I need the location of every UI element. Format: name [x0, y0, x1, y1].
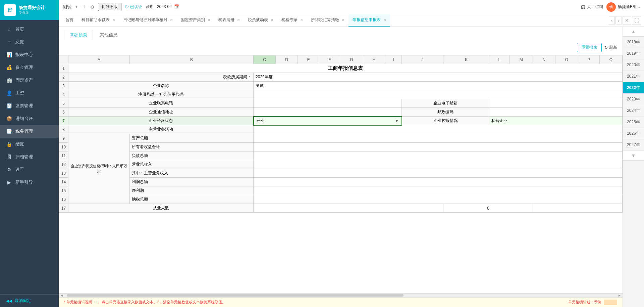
- cell-5-value[interactable]: [254, 99, 402, 108]
- dropdown-arrow-icon[interactable]: ▼: [75, 5, 78, 9]
- tab-journal[interactable]: 日记账与银行对账单核对 ✕: [119, 14, 177, 27]
- sidebar-item-tax[interactable]: 📑 税务管理: [0, 125, 59, 138]
- subtab-other[interactable]: 其他信息: [94, 30, 123, 40]
- tab-fixed-type[interactable]: 固定资产类别 ✕: [177, 14, 214, 27]
- cell-17-value2[interactable]: 0: [443, 204, 533, 213]
- year-2022[interactable]: 2022年: [623, 82, 644, 94]
- close-tab-fixed-type[interactable]: ✕: [208, 18, 210, 22]
- tab-next-button[interactable]: ›: [615, 16, 622, 25]
- scroll-thumb[interactable]: [67, 294, 404, 297]
- row-num-2: 2: [59, 73, 68, 82]
- tab-expand-button[interactable]: ⛶: [632, 16, 641, 25]
- scroll-right-arrow-icon[interactable]: ►: [618, 294, 621, 297]
- tab-tax-expert[interactable]: 税检专家 ✕: [277, 14, 307, 27]
- reset-report-button[interactable]: 重置报表: [577, 43, 602, 52]
- year-2018[interactable]: 2018年: [623, 37, 644, 48]
- cell-2-value[interactable]: 2022年度: [254, 73, 623, 82]
- sidebar-item-invoice[interactable]: 🧾 发票管理: [0, 99, 59, 112]
- tab-aux[interactable]: 科目辅助余额表 ✕: [77, 14, 119, 27]
- year-2027[interactable]: 2027年: [623, 139, 644, 151]
- year-scroll-down-button[interactable]: ▼: [623, 151, 644, 161]
- inventory-icon: 📦: [6, 116, 12, 121]
- cell-10-value[interactable]: [254, 143, 623, 151]
- sidebar-item-fixed-assets[interactable]: 🏢 固定资产: [0, 74, 59, 87]
- sidebar-item-inventory[interactable]: 📦 进销台账: [0, 112, 59, 125]
- cell-16-value[interactable]: [254, 195, 623, 204]
- tab-close-all-button[interactable]: ✕: [623, 16, 631, 25]
- cell-15-value[interactable]: [254, 186, 623, 195]
- row-num-1: 1: [59, 64, 68, 73]
- switch-old-version-button[interactable]: 切到旧版: [98, 3, 121, 11]
- cell-6-value[interactable]: [254, 108, 402, 117]
- year-2025[interactable]: 2025年: [623, 117, 644, 128]
- sidebar-item-close[interactable]: 🔒 结账: [0, 138, 59, 150]
- support-button[interactable]: 🎧 人工咨询: [581, 4, 603, 10]
- year-2019[interactable]: 2019年: [623, 48, 644, 59]
- year-2024[interactable]: 2024年: [623, 105, 644, 117]
- close-tab-journal[interactable]: ✕: [170, 18, 173, 22]
- cell-9-label: 资产总额: [130, 134, 254, 143]
- year-scroll-up-button[interactable]: ▲: [623, 27, 644, 37]
- close-tab-tax-fluctuation[interactable]: ✕: [271, 18, 273, 22]
- cell-14-value[interactable]: [254, 178, 623, 186]
- sidebar-item-payroll[interactable]: 👤 工资: [0, 87, 59, 99]
- year-2020[interactable]: 2020年: [623, 59, 644, 71]
- cell-title[interactable]: 工商年报信息表: [68, 64, 623, 73]
- table-row: 12 营业总收入: [59, 160, 623, 169]
- cell-7-right-label: 企业控股情况: [402, 117, 489, 125]
- year-2021[interactable]: 2021年: [623, 71, 644, 82]
- row-num-9: 9: [59, 134, 68, 143]
- user-menu[interactable]: 畅 畅捷通B组...: [606, 2, 640, 12]
- cell-8-value[interactable]: [254, 125, 623, 134]
- close-tab-aux[interactable]: ✕: [112, 18, 115, 22]
- cell-7-right-value[interactable]: 私营企业: [489, 117, 623, 125]
- funds-icon: 💰: [6, 65, 12, 70]
- row-num-13: 13: [59, 169, 68, 178]
- horizontal-scrollbar[interactable]: ◄ ►: [59, 293, 623, 297]
- cell-17-value3[interactable]: [533, 204, 623, 213]
- tab-tax-list[interactable]: 税表清册 ✕: [214, 14, 244, 27]
- sidebar-item-reports[interactable]: 📊 报表中心: [0, 48, 59, 61]
- tab-tax-fluctuation[interactable]: 税负波动表 ✕: [244, 14, 277, 27]
- sidebar-item-home[interactable]: ⌂ 首页: [0, 23, 59, 36]
- subtab-basic[interactable]: 基础信息: [64, 30, 93, 40]
- row-num-17: 17: [59, 204, 68, 213]
- add-tab-button[interactable]: ＋: [82, 3, 87, 10]
- tab-home[interactable]: 首页: [61, 14, 77, 27]
- cell-9-value[interactable]: [254, 134, 623, 143]
- sidebar-nav: ⌂ 首页 ≡ 总账 📊 报表中心 💰 资金管理 🏢 固定资产 👤 工资 🧾 发票…: [0, 20, 59, 294]
- year-2023[interactable]: 2023年: [623, 94, 644, 105]
- example-cell-preview: [604, 300, 617, 305]
- cell-3-value[interactable]: 测试: [254, 82, 623, 90]
- cell-17-value1[interactable]: [254, 204, 443, 213]
- sidebar-item-guide[interactable]: ▶ 新手引导: [0, 176, 59, 189]
- cell-12-value[interactable]: [254, 160, 623, 169]
- year-2026[interactable]: 2026年: [623, 128, 644, 139]
- cell-4-value[interactable]: [254, 90, 623, 99]
- unpin-button[interactable]: ◀◀ 取消固定: [0, 294, 59, 307]
- refresh-button[interactable]: ↻ 刷新: [604, 45, 617, 50]
- sidebar-item-funds[interactable]: 💰 资金管理: [0, 61, 59, 74]
- close-tab-tax-list[interactable]: ✕: [237, 18, 240, 22]
- spreadsheet-wrapper[interactable]: A B C D E F G H I J K L M: [59, 55, 623, 293]
- cell-7-dropdown[interactable]: 开业 ▼: [254, 117, 402, 125]
- sidebar-item-settings[interactable]: ⚙ 设置: [0, 163, 59, 176]
- module-name: 测试: [63, 4, 71, 10]
- tab-annual-report[interactable]: 年报信息申报表 ✕: [348, 14, 390, 27]
- scroll-left-arrow-icon[interactable]: ◄: [60, 294, 63, 297]
- row-num-4: 4: [59, 90, 68, 99]
- sidebar-item-ledger[interactable]: ≡ 总账: [0, 36, 59, 48]
- row-num-10: 10: [59, 143, 68, 151]
- settings-gear-icon[interactable]: ⚙: [90, 4, 95, 10]
- tab-prev-button[interactable]: ‹: [609, 16, 615, 25]
- cell-11-value[interactable]: [254, 151, 623, 160]
- sidebar-item-archive[interactable]: 🗄 归档管理: [0, 150, 59, 163]
- close-tab-tax-expert[interactable]: ✕: [300, 18, 303, 22]
- close-tab-annual-report[interactable]: ✕: [383, 18, 386, 22]
- cell-6-right-value[interactable]: [489, 108, 623, 117]
- cell-5-right-value[interactable]: [489, 99, 623, 108]
- dropdown-arrow-icon[interactable]: ▼: [395, 119, 399, 123]
- cell-13-value[interactable]: [254, 169, 623, 178]
- tab-income-tax[interactable]: 所得税汇算清缴 ✕: [307, 14, 348, 27]
- close-tab-income-tax[interactable]: ✕: [342, 18, 344, 22]
